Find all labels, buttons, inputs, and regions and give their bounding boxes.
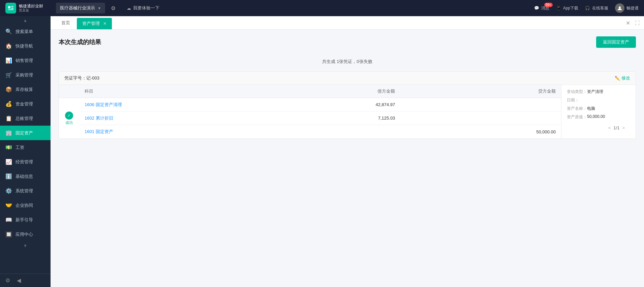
sidebar-scroll-up[interactable]: ▲ xyxy=(0,16,51,24)
side-info-panel: 变动类型： 资产清理 日期： 资产名称： 电脑 资产原值： xyxy=(561,85,636,138)
original-value-row: 资产原值： 50,000.00 xyxy=(567,114,630,120)
change-type-label: 变动类型： xyxy=(567,89,587,95)
settings-icon[interactable]: ⚙ xyxy=(108,3,119,13)
top-header: 畅捷通好业财 普及版 医疗器械行业演示 ▼ ⚙ ☁ 我要体验一下 💬 消息 99… xyxy=(0,0,644,16)
row1-subject: 1606 固定资产清理 xyxy=(79,98,240,111)
close-panel-btn[interactable]: ✕ xyxy=(624,19,632,27)
voucher-rows-with-status: ✓ 成功 1606 固定资产清理 42,874 xyxy=(59,98,561,138)
tab-bar: 首页 资产管理 ✕ xyxy=(51,16,644,30)
message-icon: 💬 xyxy=(534,6,539,10)
ledger-icon: 📋 xyxy=(5,115,12,122)
table-header: 科目 借方金额 贷方金额 xyxy=(59,85,561,98)
row3-credit: 50,000.00 xyxy=(400,126,561,138)
change-type-row: 变动类型： 资产清理 xyxy=(567,89,630,95)
info-icon: ℹ️ xyxy=(5,173,12,180)
success-label: 成功 xyxy=(65,120,73,125)
col-subject-header: 科目 xyxy=(59,85,240,98)
col-debit-header: 借方金额 xyxy=(240,85,401,98)
col-credit-header: 贷方金额 xyxy=(400,85,561,98)
header-right: 💬 消息 99+ 📱 App下载 🎧 在线客服 畅捷通 xyxy=(534,3,639,13)
sidebar-item-business[interactable]: 📈 经营管理 xyxy=(0,155,51,169)
purchase-icon: 🛒 xyxy=(5,72,12,78)
original-value-label: 资产原值： xyxy=(567,114,587,120)
sidebar-item-inventory[interactable]: 📦 库存核算 xyxy=(0,82,51,97)
collapse-icon[interactable]: ◀ xyxy=(17,277,21,284)
cooperation-icon: 🤝 xyxy=(5,202,12,209)
logo-text: 畅捷通好业财 普及版 xyxy=(19,4,43,12)
sidebar-item-cooperation[interactable]: 🤝 企业协同 xyxy=(0,198,51,213)
sidebar-item-payroll[interactable]: 💵 工资 xyxy=(0,140,51,155)
table-row: 1606 固定资产清理 42,874.97 xyxy=(79,98,561,111)
pagination: < 1/1 > xyxy=(567,123,630,133)
sidebar-item-system[interactable]: ⚙️ 系统管理 xyxy=(0,184,51,198)
voucher-table: 科目 借方金额 贷方金额 ✓ 成功 xyxy=(59,85,561,138)
sidebar-item-fixed-assets[interactable]: 🏢 固定资产 xyxy=(0,126,51,140)
sales-icon: 📊 xyxy=(5,57,12,64)
business-icon: 📈 xyxy=(5,159,12,165)
svg-rect-1 xyxy=(11,6,13,7)
sidebar-item-ledger[interactable]: 📋 总账管理 xyxy=(0,111,51,126)
row2-debit: 7,125.03 xyxy=(240,112,401,124)
avatar xyxy=(615,3,624,13)
page-title: 本次生成的结果 xyxy=(59,38,101,46)
asset-name-label: 资产名称： xyxy=(567,106,587,111)
content-area: 首页 资产管理 ✕ 本次生成的结果 返回固定资产 共生成 1张凭证，0张失败 凭… xyxy=(51,16,644,287)
expand-panel-btn[interactable]: ⛶ xyxy=(633,19,641,27)
gear-icon[interactable]: ⚙ xyxy=(5,277,10,284)
sidebar-bottom: ⚙ ◀ xyxy=(0,274,51,287)
date-row: 日期： xyxy=(567,97,630,103)
company-selector[interactable]: 医疗器械行业演示 ▼ xyxy=(56,3,105,13)
tab-home[interactable]: 首页 xyxy=(56,17,75,29)
tab-close-icon[interactable]: ✕ xyxy=(103,21,106,26)
row3-subject: 1601 固定资产 xyxy=(79,125,240,138)
system-icon: ⚙️ xyxy=(5,188,12,194)
page-content: 本次生成的结果 返回固定资产 共生成 1张凭证，0张失败 凭证字号：记-003 … xyxy=(51,30,644,287)
sidebar-item-guide[interactable]: 📖 新手引导 xyxy=(0,213,51,227)
table-row: 1601 固定资产 50,000.00 xyxy=(79,125,561,138)
svg-rect-3 xyxy=(8,9,13,10)
logo-icon xyxy=(5,3,16,13)
sidebar-item-capital[interactable]: 💰 资金管理 xyxy=(0,97,51,111)
fixed-assets-icon: 🏢 xyxy=(5,130,12,136)
online-service-button[interactable]: 🎧 在线客服 xyxy=(585,5,608,11)
inventory-icon: 📦 xyxy=(5,86,12,93)
edit-button[interactable]: ✏️ 修改 xyxy=(615,75,630,81)
capital-icon: 💰 xyxy=(5,101,12,107)
date-label: 日期： xyxy=(567,97,587,103)
sidebar-item-quick-nav[interactable]: 🏠 快捷导航 xyxy=(0,39,51,53)
message-button[interactable]: 💬 消息 99+ xyxy=(534,5,549,11)
success-icon: ✓ xyxy=(65,111,73,120)
user-menu[interactable]: 畅捷通 xyxy=(615,3,639,13)
cloud-icon: ☁ xyxy=(127,6,131,11)
main-layout: ▲ 🔍 搜索菜单 🏠 快捷导航 📊 销售管理 🛒 采购管理 📦 库存核算 💰 资… xyxy=(0,16,644,287)
edit-icon: ✏️ xyxy=(615,76,620,81)
sidebar-item-sales[interactable]: 📊 销售管理 xyxy=(0,53,51,68)
prev-page-btn[interactable]: < xyxy=(608,125,611,130)
tab-asset-mgmt[interactable]: 资产管理 ✕ xyxy=(77,18,112,29)
sidebar-item-basic-info[interactable]: ℹ️ 基础信息 xyxy=(0,169,51,184)
table-row: 1602 累计折旧 7,125.03 xyxy=(79,111,561,125)
page-indicator: 1/1 xyxy=(613,125,619,130)
chevron-down-icon: ▼ xyxy=(98,6,101,10)
guide-icon: 📖 xyxy=(5,217,12,223)
app-download-button[interactable]: 📱 App下载 xyxy=(556,5,578,11)
next-page-btn[interactable]: > xyxy=(622,125,625,130)
svg-rect-0 xyxy=(8,6,10,8)
return-btn[interactable]: 返回固定资产 xyxy=(596,36,636,48)
voucher-card: 凭证字号：记-003 ✏️ 修改 科目 借方金额 贷方金额 xyxy=(59,71,636,139)
asset-name-row: 资产名称： 电脑 xyxy=(567,106,630,111)
voucher-number: 凭证字号：记-003 xyxy=(64,75,99,81)
voucher-body: 科目 借方金额 贷方金额 ✓ 成功 xyxy=(59,85,636,138)
row2-subject: 1602 累计折旧 xyxy=(79,112,240,125)
data-rows: 1606 固定资产清理 42,874.97 xyxy=(79,98,561,138)
app-version: 普及版 xyxy=(19,8,43,12)
page-header: 本次生成的结果 返回固定资产 xyxy=(59,36,636,48)
sidebar-item-purchase[interactable]: 🛒 采购管理 xyxy=(0,68,51,82)
sidebar: ▲ 🔍 搜索菜单 🏠 快捷导航 📊 销售管理 🛒 采购管理 📦 库存核算 💰 资… xyxy=(0,16,51,287)
sidebar-item-app-center[interactable]: 🔲 应用中心 xyxy=(0,227,51,242)
asset-name-value: 电脑 xyxy=(587,106,595,111)
result-info: 共生成 1张凭证，0张失败 xyxy=(59,55,636,69)
trial-button[interactable]: ☁ 我要体验一下 xyxy=(123,3,163,13)
sidebar-scroll-down[interactable]: ▼ xyxy=(0,242,51,250)
sidebar-item-search[interactable]: 🔍 搜索菜单 xyxy=(0,24,51,39)
